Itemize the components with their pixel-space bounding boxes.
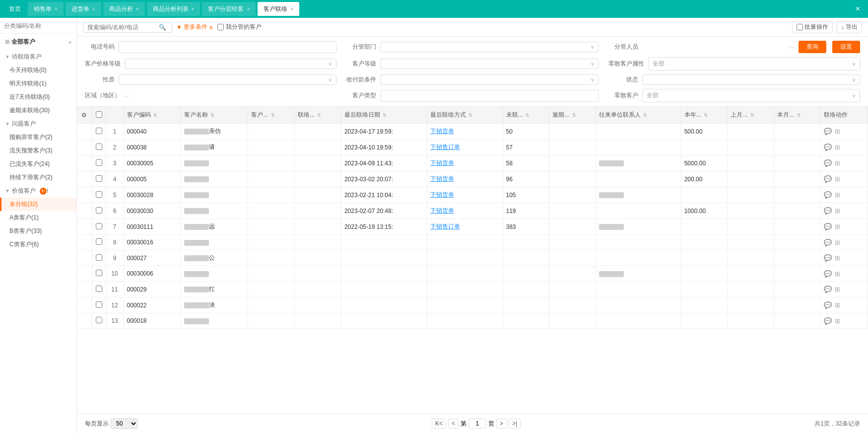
type-col-header[interactable]: 客户... ⇅ (248, 107, 295, 124)
grid-action-icon[interactable]: ⊞ (835, 239, 840, 246)
sidebar-item-declining[interactable]: 持续下滑客户(2) (0, 171, 76, 184)
message-icon[interactable]: 💬 (824, 128, 832, 135)
row-checkbox[interactable] (92, 203, 106, 219)
name-col-header[interactable]: 客户名称 ⇅ (181, 107, 248, 124)
more-conditions-btn[interactable]: ▼ 更多条件 ∧ (176, 23, 213, 31)
phone-input[interactable] (119, 41, 336, 53)
region-dots[interactable]: ··· (125, 92, 130, 99)
grid-action-icon[interactable]: ⊞ (835, 175, 840, 183)
row-check[interactable] (96, 270, 102, 276)
message-icon[interactable]: 💬 (824, 223, 832, 230)
row-checkbox[interactable] (92, 140, 106, 155)
my-customers-check[interactable] (217, 24, 224, 30)
next-page-button[interactable]: > (496, 419, 507, 429)
row-check[interactable] (96, 175, 102, 182)
row-checkbox[interactable] (92, 266, 106, 282)
row-check[interactable] (96, 223, 102, 229)
last-method-link[interactable]: 下销货单 (430, 191, 454, 198)
sidebar-item-type-b[interactable]: B类客户(33) (0, 224, 76, 238)
row-check[interactable] (96, 317, 102, 323)
tab-customer-contact[interactable]: 客户联络 × (258, 2, 299, 16)
message-icon[interactable]: 💬 (824, 191, 832, 199)
row-checkbox[interactable] (92, 187, 106, 203)
tab-sales[interactable]: 销售单 × (28, 2, 64, 16)
row-checkbox[interactable] (92, 297, 106, 313)
row-checkbox[interactable] (92, 250, 106, 266)
page-size-dropdown[interactable]: 50 100 200 (111, 418, 138, 429)
sidebar-item-overdue[interactable]: 逾期未联络(30) (0, 104, 76, 117)
all-customers-header[interactable]: ⊞ 全部客户 « (0, 34, 76, 50)
status-select[interactable]: ∨ (642, 74, 860, 85)
main-search-input[interactable] (87, 24, 157, 31)
row-checkbox[interactable] (92, 282, 106, 297)
last-date-col-header[interactable]: 最后联络日期 ⇅ (341, 107, 427, 124)
sidebar-item-ungrouped[interactable]: 未分组(32) (0, 198, 76, 211)
sidebar-item-today[interactable]: 今天待联络(0) (0, 64, 76, 77)
batch-ops-button[interactable]: 批量操作 (792, 21, 833, 33)
this-year-col-header[interactable]: 本年... ⇅ (681, 107, 728, 124)
message-icon[interactable]: 💬 (824, 270, 832, 278)
sidebar-item-abnormal[interactable]: 囤购异常客户(2) (0, 131, 76, 144)
section-problem-customers[interactable]: ▼ 问题客户 (0, 117, 76, 131)
grid-action-icon[interactable]: ⊞ (835, 286, 840, 293)
code-col-header[interactable]: 客户编码 ⇅ (124, 107, 181, 124)
tab-analysis[interactable]: 商品分析 × (103, 2, 145, 16)
grid-action-icon[interactable]: ⊞ (835, 270, 840, 278)
this-month-col-header[interactable]: 本月... ⇅ (774, 107, 821, 124)
last-method-link[interactable]: 下销货单 (430, 207, 454, 214)
last-month-col-header[interactable]: 上月... ⇅ (728, 107, 774, 124)
close-icon[interactable]: × (290, 6, 293, 12)
select-all-checkbox[interactable] (96, 111, 102, 118)
tab-analysis-list[interactable]: 商品分析列表 × (147, 2, 200, 16)
row-last-method[interactable]: 下销货单 (427, 187, 503, 203)
nature-select[interactable]: ∨ (119, 74, 336, 85)
check-col-header[interactable] (92, 107, 106, 124)
category-search-input[interactable] (4, 22, 77, 29)
section-pending-contact[interactable]: ▼ 待联络客户 (0, 50, 76, 64)
sidebar-item-type-a[interactable]: A类客户(1) (0, 211, 76, 224)
sidebar-item-type-c[interactable]: C类客户(6) (0, 238, 76, 251)
grid-action-icon[interactable]: ⊞ (835, 317, 840, 325)
person-dots[interactable]: ··· (790, 44, 795, 51)
grid-action-icon[interactable]: ⊞ (835, 144, 840, 151)
row-check[interactable] (96, 301, 102, 308)
last-method-link[interactable]: 下销货单 (430, 159, 454, 166)
first-page-button[interactable]: K< (432, 419, 446, 429)
sidebar-item-churned[interactable]: 已流失客户(24) (0, 157, 76, 171)
message-icon[interactable]: 💬 (824, 175, 832, 183)
row-check[interactable] (96, 191, 102, 198)
sidebar-item-tomorrow[interactable]: 明天待联络(1) (0, 77, 76, 90)
row-check[interactable] (96, 286, 102, 292)
not-contact-col-header[interactable]: 未联... ⇅ (503, 107, 549, 124)
row-last-method[interactable]: 下销售订单 (427, 140, 503, 155)
settings-col-header[interactable]: ⚙ (77, 107, 92, 124)
contact-col-header[interactable]: 联络... ⇅ (295, 107, 341, 124)
row-check[interactable] (96, 207, 102, 214)
message-icon[interactable]: 💬 (824, 317, 832, 325)
tab-customer-segment[interactable]: 客户分层经客 × (202, 2, 256, 16)
grid-action-icon[interactable]: ⊞ (835, 223, 840, 230)
search-button[interactable]: 查询 (799, 41, 826, 53)
reset-button[interactable]: 设置 (832, 41, 860, 53)
my-customers-checkbox[interactable]: 我分管的客户 (217, 23, 262, 31)
row-last-method[interactable]: 下销货单 (427, 124, 503, 140)
grid-action-icon[interactable]: ⊞ (835, 254, 840, 262)
close-icon[interactable]: × (136, 6, 139, 12)
price-level-select[interactable]: ∨ (125, 59, 336, 69)
grid-action-icon[interactable]: ⊞ (835, 207, 840, 215)
row-checkbox[interactable] (92, 313, 106, 329)
window-close-button[interactable]: × (852, 4, 864, 13)
row-last-method[interactable]: 下销货单 (427, 203, 503, 219)
close-icon[interactable]: × (55, 6, 58, 12)
message-icon[interactable]: 💬 (824, 207, 832, 215)
page-number-input[interactable] (468, 419, 486, 429)
grid-action-icon[interactable]: ⊞ (835, 301, 840, 309)
row-check[interactable] (96, 144, 102, 150)
row-checkbox[interactable] (92, 155, 106, 171)
grid-action-icon[interactable]: ⊞ (835, 159, 840, 167)
row-checkbox[interactable] (92, 219, 106, 235)
overdue-col-header[interactable]: 逾期... ⇅ (549, 107, 596, 124)
search-icon[interactable]: 🔍 (159, 24, 166, 31)
close-icon[interactable]: × (192, 6, 195, 12)
row-check[interactable] (96, 128, 102, 134)
